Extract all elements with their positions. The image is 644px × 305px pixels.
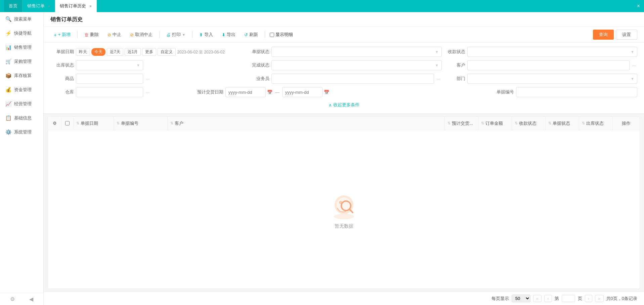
sidebar-item-purchase-label: 采购管理 bbox=[14, 59, 32, 65]
add-button[interactable]: + + 新增 bbox=[50, 30, 74, 39]
sidebar-item-baseinfo-label: 基础信息 bbox=[14, 115, 32, 121]
sidebar-item-search[interactable]: 🔍 搜索菜单 bbox=[0, 12, 43, 26]
pay-status-select[interactable]: ▼ bbox=[467, 47, 637, 57]
sidebar-settings-icon[interactable]: ⚙ bbox=[10, 296, 15, 302]
dept-select[interactable]: ▼ bbox=[467, 74, 637, 84]
print-arrow-icon: ▼ bbox=[182, 33, 185, 37]
last-page-btn[interactable]: » bbox=[595, 295, 603, 302]
filter-out-status: 出库状态 ▼ bbox=[50, 60, 246, 70]
query-button[interactable]: 查询 bbox=[593, 30, 614, 40]
table-settings-icon[interactable]: ⚙ bbox=[53, 121, 57, 126]
sidebar-item-finance[interactable]: 💰 资金管理 bbox=[0, 83, 43, 97]
print-button[interactable]: 🖨 打印 ▼ bbox=[163, 30, 189, 39]
date-btn-more[interactable]: 更多 bbox=[142, 48, 156, 56]
tab-sales-order-history[interactable]: 销售订单历史 × bbox=[55, 0, 96, 12]
doc-num-input[interactable] bbox=[516, 87, 637, 97]
prev-page-btn[interactable]: ‹ bbox=[544, 295, 552, 302]
sort-customer-icon[interactable]: ⇅ bbox=[170, 121, 173, 125]
out-status-select[interactable]: ▼ bbox=[76, 60, 143, 70]
customer-control: ··· bbox=[467, 60, 637, 70]
salesperson-input[interactable] bbox=[271, 74, 434, 84]
window-close-btn[interactable]: × bbox=[637, 3, 640, 9]
sort-delivery-icon[interactable]: ⇅ bbox=[447, 121, 450, 125]
salesperson-more-icon[interactable]: ··· bbox=[435, 76, 442, 81]
warehouse-more-icon[interactable]: ··· bbox=[144, 90, 151, 95]
filter-row-1: 单据日期 昨天 今天 近7天 近1月 更多 自定义 2023-06-02 至 2… bbox=[50, 47, 637, 57]
complete-status-control: ▼ bbox=[271, 60, 441, 70]
sidebar-item-system[interactable]: ⚙️ 系统管理 bbox=[0, 125, 43, 139]
page-size-select[interactable]: 50 10 20 100 bbox=[512, 295, 530, 302]
sidebar-item-purchase[interactable]: 🛒 采购管理 bbox=[0, 54, 43, 69]
sort-out-icon[interactable]: ⇅ bbox=[582, 121, 585, 125]
date-btn-yesterday[interactable]: 昨天 bbox=[76, 48, 90, 56]
product-input[interactable] bbox=[76, 74, 143, 84]
sort-amount-icon[interactable]: ⇅ bbox=[481, 121, 484, 125]
th-pay-status: ⇅ 收款状态 bbox=[512, 117, 546, 130]
collapse-label: 收起更多条件 bbox=[333, 102, 359, 108]
page-header: 销售订单历史 bbox=[44, 12, 644, 27]
th-delivery: ⇅ 预计交货... bbox=[445, 117, 478, 130]
add-icon: + bbox=[54, 32, 57, 38]
sales-icon: 📊 bbox=[5, 44, 11, 50]
product-more-icon[interactable]: ··· bbox=[144, 76, 151, 81]
filter-dept: 部门 ▼ bbox=[442, 74, 637, 84]
delete-button[interactable]: 🗑 删除 bbox=[81, 30, 102, 39]
date-btn-today[interactable]: 今天 bbox=[91, 48, 105, 56]
import-button[interactable]: ⬆ 导入 bbox=[196, 30, 216, 39]
out-status-label: 出库状态 bbox=[50, 62, 74, 68]
finance-icon: 💰 bbox=[5, 87, 11, 93]
filter-complete-status: 完成状态 ▼ bbox=[246, 60, 441, 70]
calendar-start-icon[interactable]: 📅 bbox=[267, 90, 272, 95]
tab-sales-order-history-close[interactable]: × bbox=[89, 4, 91, 8]
operations-icon: 📈 bbox=[5, 101, 11, 107]
next-page-btn[interactable]: › bbox=[585, 295, 592, 302]
date-btn-last1m[interactable]: 近1月 bbox=[125, 48, 141, 56]
sort-date-icon[interactable]: ⇅ bbox=[76, 121, 79, 125]
pay-status-control: ▼ bbox=[467, 47, 637, 57]
sidebar-item-baseinfo[interactable]: 📋 基础信息 bbox=[0, 111, 43, 125]
tab-home[interactable]: 首页 bbox=[4, 0, 23, 12]
select-all-checkbox[interactable] bbox=[65, 121, 70, 125]
refresh-button[interactable]: ↺ 刷新 bbox=[241, 30, 261, 39]
sidebar-item-inventory[interactable]: 📦 库存核算 bbox=[0, 69, 43, 83]
th-out-status: ⇅ 出库状态 bbox=[579, 117, 613, 130]
tab-sales-order-close[interactable]: × bbox=[48, 4, 50, 8]
sidebar-item-sales[interactable]: 📊 销售管理 bbox=[0, 40, 43, 54]
date-btn-last7[interactable]: 近7天 bbox=[107, 48, 123, 56]
sidebar-item-quicknav[interactable]: ⚡ 快捷导航 bbox=[0, 26, 43, 40]
tab-sales-order[interactable]: 销售订单 × bbox=[23, 0, 55, 12]
export-button[interactable]: ⬇ 导出 bbox=[218, 30, 239, 39]
show-detail-checkbox[interactable] bbox=[270, 33, 274, 37]
sidebar-collapse-icon[interactable]: ◀ bbox=[29, 296, 33, 302]
th-checkbox[interactable] bbox=[61, 118, 74, 129]
first-page-btn[interactable]: « bbox=[533, 295, 542, 302]
divider-4 bbox=[265, 31, 265, 38]
delivery-date-start[interactable] bbox=[225, 87, 266, 97]
complete-status-select[interactable]: ▼ bbox=[271, 60, 441, 70]
customer-more-icon[interactable]: ··· bbox=[631, 63, 637, 68]
date-btn-custom[interactable]: 自定义 bbox=[158, 48, 176, 56]
doc-status-arrow: ▼ bbox=[435, 50, 439, 54]
date-control: 昨天 今天 近7天 近1月 更多 自定义 2023-06-02 至 2023-0… bbox=[76, 48, 246, 56]
calendar-end-icon[interactable]: 📅 bbox=[324, 90, 329, 95]
stop-button[interactable]: ⊘ 中止 bbox=[104, 30, 125, 39]
empty-state: 暂无数据 bbox=[48, 130, 640, 289]
filter-customer: 客户 ··· bbox=[442, 60, 637, 70]
cancel-stop-button[interactable]: ⊘ 取消中止 bbox=[127, 30, 156, 39]
collapse-btn[interactable]: ∧ 收起更多条件 bbox=[50, 101, 637, 109]
sidebar-item-operations[interactable]: 📈 经营管理 bbox=[0, 97, 43, 111]
th-operation: 操作 bbox=[613, 117, 640, 130]
page-input[interactable]: 1 bbox=[562, 295, 575, 302]
th-settings[interactable]: ⚙ bbox=[48, 117, 61, 129]
doc-status-select[interactable]: ▼ bbox=[271, 47, 441, 57]
salesperson-control: ··· bbox=[271, 74, 441, 84]
delivery-date-end[interactable] bbox=[282, 87, 323, 97]
warehouse-input[interactable] bbox=[76, 87, 143, 97]
svg-point-0 bbox=[334, 214, 354, 219]
doc-num-control bbox=[516, 87, 637, 97]
setting-button[interactable]: 设置 bbox=[616, 30, 637, 40]
sort-doc-icon[interactable]: ⇅ bbox=[548, 121, 551, 125]
sort-pay-icon[interactable]: ⇅ bbox=[515, 121, 518, 125]
customer-input[interactable] bbox=[467, 60, 630, 70]
sort-num-icon[interactable]: ⇅ bbox=[117, 121, 120, 125]
